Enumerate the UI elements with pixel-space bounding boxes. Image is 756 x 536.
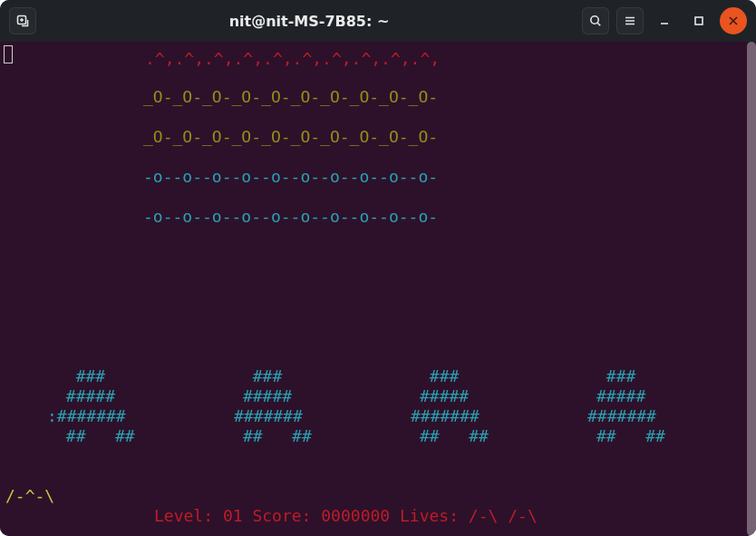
- bunker-row: ##### ##### ##### #####: [56, 386, 655, 406]
- close-button[interactable]: [720, 7, 747, 34]
- bunker-row: ### ### ### ###: [56, 366, 655, 386]
- scrollbar[interactable]: [747, 42, 756, 536]
- titlebar: nit@nit-MS-7B85: ~: [0, 0, 756, 42]
- svg-point-1: [591, 16, 598, 24]
- menu-button[interactable]: [616, 7, 644, 34]
- search-button[interactable]: [582, 7, 609, 34]
- enemy-row: -o--o--o--o--o--o--o--o--o--o-: [143, 207, 438, 227]
- level-label: Level:: [154, 506, 213, 525]
- player-ship: /-^-\: [5, 486, 54, 506]
- new-tab-button[interactable]: [9, 7, 36, 34]
- maximize-icon: [692, 14, 706, 28]
- new-tab-icon: [15, 14, 30, 28]
- status-line: Level: 01 Score: 0000000 Lives: /-\ /-\: [154, 506, 538, 526]
- minimize-button[interactable]: [651, 7, 678, 34]
- lives-value: /-\ /-\: [469, 506, 538, 525]
- text-cursor: [4, 45, 13, 63]
- minimize-icon: [657, 14, 672, 28]
- maximize-button[interactable]: [685, 7, 712, 34]
- terminal-window: nit@nit-MS-7B85: ~: [0, 0, 756, 536]
- terminal-viewport[interactable]: .^,.^,.^,.^,.^,.^,.^,.^,.^,.^, _O-_O-_O-…: [0, 42, 756, 536]
- level-value: 01: [223, 506, 243, 525]
- score-value: 0000000: [321, 506, 390, 525]
- bunker-row: :####### ####### ####### #######: [47, 406, 656, 426]
- enemy-row: _O-_O-_O-_O-_O-_O-_O-_O-_O-_O-: [143, 87, 438, 107]
- lives-label: Lives:: [400, 506, 459, 525]
- enemy-row: .^,.^,.^,.^,.^,.^,.^,.^,.^,.^,: [145, 49, 440, 69]
- hamburger-icon: [623, 14, 637, 28]
- svg-rect-2: [695, 17, 703, 24]
- close-icon: [726, 14, 741, 28]
- enemy-row: -o--o--o--o--o--o--o--o--o--o-: [143, 167, 438, 187]
- window-title: nit@nit-MS-7B85: ~: [44, 13, 575, 30]
- enemy-row: _O-_O-_O-_O-_O-_O-_O-_O-_O-_O-: [143, 127, 438, 147]
- bunker-row: ## ## ## ## ## ## ## ##: [56, 426, 665, 446]
- search-icon: [588, 14, 603, 28]
- score-label: Score:: [252, 506, 311, 525]
